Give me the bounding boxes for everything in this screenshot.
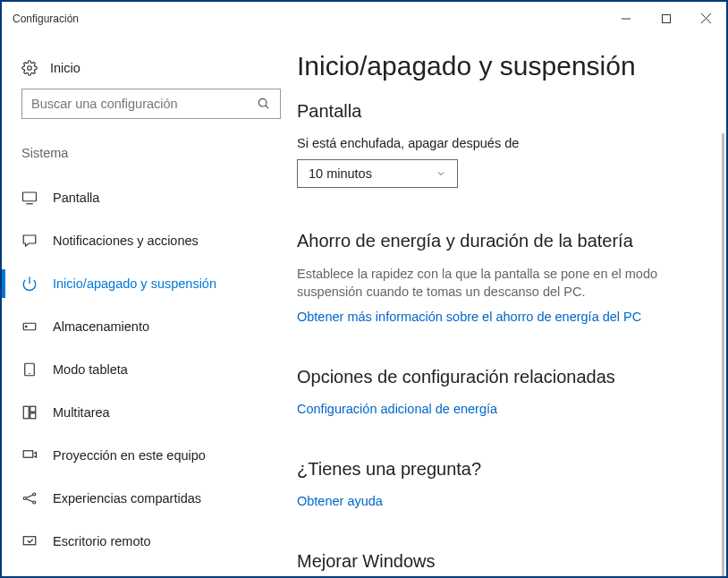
svg-rect-16 [30, 413, 36, 419]
sidebar-section-label: Sistema [2, 146, 297, 176]
search-placeholder: Buscar una configuración [31, 97, 257, 111]
svg-rect-17 [23, 451, 33, 458]
sidebar-item-projecting[interactable]: Proyección en este equipo [2, 434, 297, 477]
shared-icon [21, 490, 38, 506]
home-button[interactable]: Inicio [2, 51, 297, 89]
page-title: Inicio/apagado y suspensión [297, 51, 699, 81]
sidebar-item-label: Modo tableta [53, 362, 128, 377]
sidebar-item-remote-desktop[interactable]: Escritorio remoto [2, 520, 297, 563]
sidebar-item-notifications[interactable]: Notificaciones y acciones [2, 219, 297, 262]
minimize-button[interactable] [605, 5, 646, 32]
question-section-title: ¿Tienes una pregunta? [297, 459, 699, 480]
sidebar-item-multitasking[interactable]: Multitarea [2, 391, 297, 434]
sidebar-item-label: Pantalla [53, 191, 99, 205]
search-input[interactable]: Buscar una configuración [21, 89, 281, 119]
sidebar-item-power-sleep[interactable]: Inicio/apagado y suspensión [2, 262, 297, 305]
screen-off-select[interactable]: 10 minutos [297, 159, 458, 188]
multitask-icon [21, 404, 38, 421]
svg-point-4 [28, 66, 32, 71]
sidebar-item-display[interactable]: Pantalla [2, 176, 297, 219]
svg-line-21 [26, 495, 33, 497]
sidebar-item-shared-experiences[interactable]: Experiencias compartidas [2, 477, 297, 520]
window-title: Configuración [13, 13, 605, 25]
svg-point-19 [33, 493, 36, 496]
sidebar-item-label: Almacenamiento [53, 319, 149, 334]
sidebar-item-label: Experiencias compartidas [53, 491, 201, 506]
screen-off-label: Si está enchufada, apagar después de [297, 136, 699, 150]
screen-section-title: Pantalla [297, 101, 699, 122]
svg-rect-23 [23, 537, 36, 545]
svg-line-6 [266, 106, 268, 108]
window-controls [605, 5, 726, 32]
energy-description: Establece la rapidez con la que la panta… [297, 266, 699, 301]
sidebar: Inicio Buscar una configuración Sistema … [2, 35, 297, 576]
get-help-link[interactable]: Obtener ayuda [297, 494, 699, 508]
svg-rect-14 [23, 406, 29, 419]
power-icon [21, 276, 38, 292]
titlebar: Configuración [2, 2, 726, 35]
main-content: Inicio/apagado y suspensión Pantalla Si … [297, 35, 726, 576]
tablet-icon [21, 361, 38, 378]
monitor-icon [21, 190, 38, 206]
sidebar-item-label: Escritorio remoto [53, 534, 151, 548]
scrollbar[interactable] [722, 133, 724, 576]
svg-line-22 [26, 499, 33, 502]
home-label: Inicio [50, 61, 80, 75]
close-button[interactable] [686, 5, 726, 32]
sidebar-item-tablet-mode[interactable]: Modo tableta [2, 348, 297, 391]
svg-rect-1 [662, 14, 670, 22]
energy-section-title: Ahorro de energía y duración de la bater… [297, 231, 699, 251]
search-icon [257, 97, 271, 111]
svg-point-11 [26, 326, 28, 327]
svg-point-5 [258, 98, 267, 106]
sidebar-item-label: Multitarea [53, 405, 110, 420]
chevron-down-icon [436, 168, 446, 179]
energy-more-info-link[interactable]: Obtener más información sobre el ahorro … [297, 310, 699, 324]
svg-rect-7 [23, 192, 37, 201]
sidebar-item-label: Notificaciones y acciones [53, 234, 199, 248]
related-section-title: Opciones de configuración relacionadas [297, 367, 699, 387]
sidebar-item-label: Inicio/apagado y suspensión [53, 276, 216, 291]
additional-power-link[interactable]: Configuración adicional de energía [297, 402, 699, 416]
notification-icon [21, 233, 38, 249]
improve-section-title: Mejorar Windows [297, 551, 699, 572]
screen-off-value: 10 minutos [309, 166, 436, 181]
projecting-icon [21, 447, 38, 463]
sidebar-item-label: Proyección en este equipo [53, 448, 206, 463]
storage-icon [21, 319, 38, 335]
svg-rect-15 [30, 406, 36, 412]
svg-point-20 [33, 501, 36, 504]
remote-icon [21, 533, 38, 549]
svg-point-18 [23, 497, 26, 500]
maximize-button[interactable] [646, 5, 686, 32]
gear-icon [21, 60, 38, 76]
sidebar-item-storage[interactable]: Almacenamiento [2, 305, 297, 348]
